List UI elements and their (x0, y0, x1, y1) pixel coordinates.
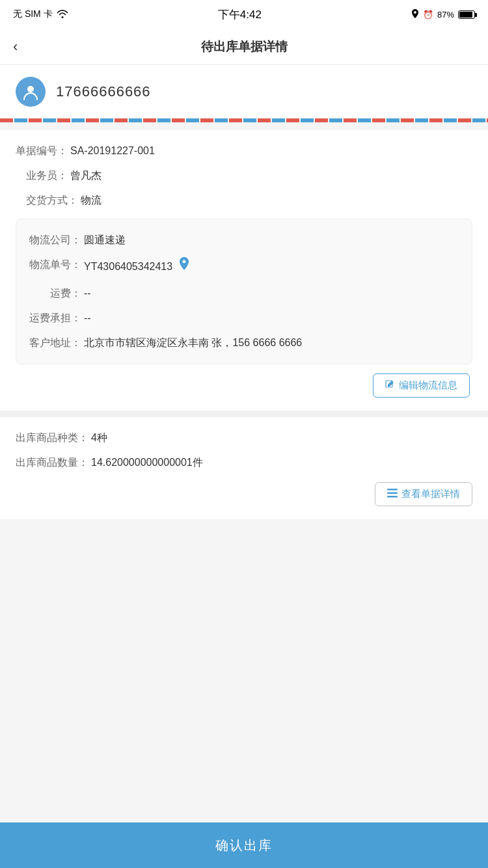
back-button[interactable]: ‹ (8, 33, 23, 61)
edit-logistics-btn-container: 编辑物流信息 (16, 373, 472, 398)
view-detail-icon (387, 489, 398, 500)
svg-rect-3 (387, 493, 398, 495)
confirm-button[interactable]: 确认出库 (0, 822, 488, 868)
doc-info-section: 单据编号： SA-20191227-001 业务员： 曾凡杰 交货方式： 物流 … (0, 130, 488, 411)
doc-number-row: 单据编号： SA-20191227-001 (16, 143, 472, 159)
delivery-method-label: 交货方式： (16, 193, 78, 208)
product-quantity-value: 14.620000000000001件 (91, 455, 472, 470)
logistics-tracking-row: 物流单号： YT4306405342413 (29, 257, 459, 277)
user-header: 17666666666 (0, 65, 488, 118)
svg-point-0 (27, 86, 34, 92)
address-row: 客户地址： 北京市市辖区海淀区永丰南 张，156 6666 6666 (29, 335, 459, 351)
location-status-icon (411, 9, 419, 20)
battery-percent: 87% (437, 10, 454, 20)
product-quantity-row: 出库商品数量： 14.620000000000001件 (16, 455, 472, 470)
product-quantity-label: 出库商品数量： (16, 455, 88, 470)
freight-row: 运费： -- (29, 286, 459, 301)
logistics-company-row: 物流公司： 圆通速递 (29, 232, 459, 248)
product-type-value: 4种 (91, 430, 472, 446)
tracking-location-icon[interactable] (178, 257, 191, 277)
alarm-icon: ⏰ (423, 10, 433, 20)
address-label: 客户地址： (29, 335, 81, 351)
logistics-company-value: 圆通速递 (84, 232, 459, 248)
product-type-row: 出库商品种类： 4种 (16, 430, 472, 446)
section-divider (0, 411, 488, 417)
freight-bearer-label: 运费承担： (29, 310, 81, 326)
battery-icon (458, 10, 475, 19)
carrier-text: 无 SIM 卡 (13, 8, 53, 20)
address-value: 北京市市辖区海淀区永丰南 张，156 6666 6666 (84, 335, 459, 351)
dashed-separator (0, 118, 488, 122)
salesperson-row: 业务员： 曾凡杰 (16, 168, 472, 183)
freight-bearer-row: 运费承担： -- (29, 310, 459, 326)
svg-rect-2 (387, 489, 398, 491)
delivery-method-value: 物流 (81, 193, 472, 208)
status-left: 无 SIM 卡 (13, 8, 68, 20)
edit-icon (385, 380, 395, 392)
delivery-method-row: 交货方式： 物流 (16, 193, 472, 208)
product-type-label: 出库商品种类： (16, 430, 88, 446)
edit-logistics-button[interactable]: 编辑物流信息 (373, 373, 470, 398)
doc-number-label: 单据编号： (16, 143, 68, 159)
status-time: 下午4:42 (218, 7, 262, 22)
logistics-company-label: 物流公司： (29, 232, 81, 248)
view-detail-btn-container: 查看单据详情 (16, 482, 472, 506)
page-title: 待出库单据详情 (201, 38, 288, 55)
status-right: ⏰ 87% (411, 9, 475, 20)
edit-logistics-label: 编辑物流信息 (399, 379, 457, 392)
bottom-bar: 确认出库 (0, 822, 488, 868)
view-detail-button[interactable]: 查看单据详情 (375, 482, 472, 506)
logistics-tracking-value: YT4306405342413 (84, 257, 459, 277)
salesperson-label: 业务员： (16, 168, 68, 183)
doc-number-value: SA-20191227-001 (70, 143, 472, 159)
salesperson-value: 曾凡杰 (70, 168, 472, 183)
freight-value: -- (84, 286, 459, 301)
avatar (16, 77, 46, 107)
logistics-card: 物流公司： 圆通速递 物流单号： YT4306405342413 运费： -- (16, 219, 472, 364)
product-section: 出库商品种类： 4种 出库商品数量： 14.620000000000001件 查… (0, 417, 488, 519)
freight-bearer-value: -- (84, 310, 459, 326)
freight-label: 运费： (29, 286, 81, 301)
view-detail-label: 查看单据详情 (401, 488, 460, 500)
svg-rect-4 (387, 496, 398, 498)
logistics-tracking-label: 物流单号： (29, 257, 81, 273)
wifi-icon (57, 9, 68, 20)
nav-bar: ‹ 待出库单据详情 (0, 29, 488, 65)
status-bar: 无 SIM 卡 下午4:42 ⏰ 87% (0, 0, 488, 29)
user-phone: 17666666666 (56, 83, 151, 100)
